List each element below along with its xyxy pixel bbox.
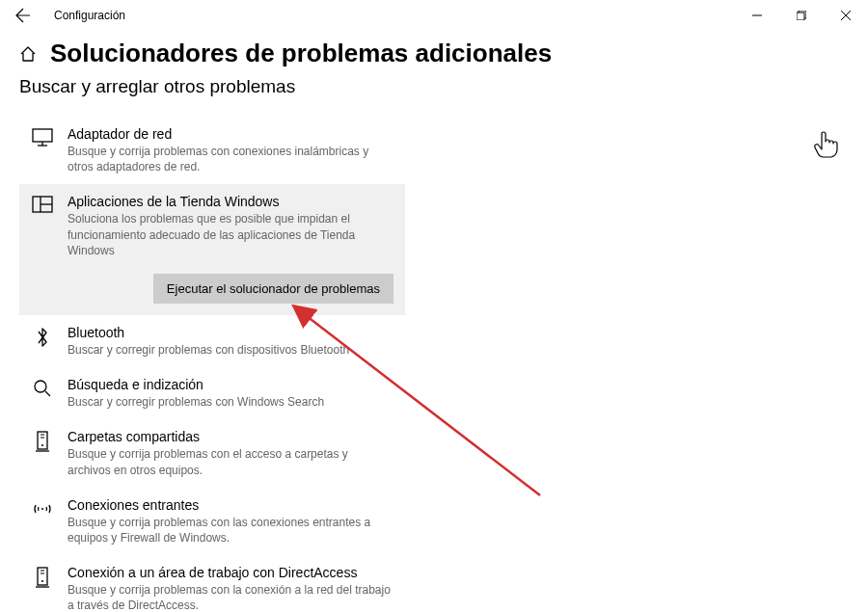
minimize-icon: [752, 11, 762, 20]
item-title: Búsqueda e indización: [68, 377, 393, 392]
item-title: Adaptador de red: [68, 126, 393, 142]
item-title: Bluetooth: [68, 325, 393, 340]
svg-point-10: [35, 381, 46, 392]
page-header: Solucionadores de problemas adicionales: [19, 39, 849, 68]
close-button[interactable]: [824, 0, 868, 31]
server-icon: [31, 567, 54, 612]
window-controls: [735, 0, 868, 31]
item-title: Conexiones entrantes: [68, 497, 393, 513]
search-icon: [31, 379, 54, 410]
svg-point-15: [41, 444, 43, 446]
svg-point-21: [41, 580, 43, 582]
item-desc: Busque y corrija problemas con el acceso…: [68, 446, 393, 477]
item-title: Aplicaciones de la Tienda Windows: [68, 194, 393, 209]
run-button-row: Ejecutar el solucionador de problemas: [19, 274, 405, 315]
wifi-icon: [31, 499, 54, 545]
item-title: Conexión a un área de trabajo con Direct…: [68, 565, 393, 580]
item-desc: Busque y corrija problemas con la conexi…: [68, 582, 393, 612]
close-icon: [841, 11, 851, 20]
content-area: Solucionadores de problemas adicionales …: [0, 31, 868, 612]
apps-icon: [31, 196, 54, 258]
item-desc: Busque y corrija problemas con conexione…: [68, 144, 393, 174]
troubleshooter-incoming-connections[interactable]: Conexiones entrantes Busque y corrija pr…: [19, 488, 405, 555]
minimize-button[interactable]: [735, 0, 779, 31]
item-desc: Busque y corrija problemas con las conex…: [68, 515, 393, 545]
server-icon: [31, 431, 54, 477]
back-arrow-icon: [15, 8, 31, 23]
item-desc: Buscar y corregir problemas con Windows …: [68, 394, 393, 410]
troubleshooter-shared-folders[interactable]: Carpetas compartidas Busque y corrija pr…: [19, 419, 405, 487]
maximize-button[interactable]: [779, 0, 824, 31]
svg-line-11: [45, 391, 50, 396]
run-troubleshooter-button[interactable]: Ejecutar el solucionador de problemas: [153, 274, 393, 304]
maximize-icon: [797, 11, 806, 20]
troubleshooter-directaccess[interactable]: Conexión a un área de trabajo con Direct…: [19, 555, 405, 612]
troubleshooter-network-adapter[interactable]: Adaptador de red Busque y corrija proble…: [19, 117, 405, 184]
svg-rect-1: [797, 13, 804, 20]
svg-point-17: [41, 508, 43, 510]
bluetooth-icon: [31, 327, 54, 358]
item-desc: Soluciona los problemas que es posible q…: [68, 211, 393, 258]
window-title: Configuración: [54, 9, 125, 22]
troubleshooter-store-apps[interactable]: Aplicaciones de la Tienda Windows Soluci…: [19, 184, 405, 274]
home-icon[interactable]: [19, 45, 37, 63]
svg-rect-4: [33, 129, 52, 142]
monitor-icon: [31, 128, 54, 174]
back-button[interactable]: [8, 0, 39, 31]
item-title: Carpetas compartidas: [68, 429, 393, 444]
section-heading: Buscar y arreglar otros problemas: [19, 76, 849, 97]
item-desc: Buscar y corregir problemas con disposit…: [68, 342, 393, 358]
troubleshooter-search[interactable]: Búsqueda e indización Buscar y corregir …: [19, 367, 405, 419]
troubleshooter-bluetooth[interactable]: Bluetooth Buscar y corregir problemas co…: [19, 315, 405, 367]
page-title: Solucionadores de problemas adicionales: [50, 39, 552, 68]
troubleshooter-list: Adaptador de red Busque y corrija proble…: [19, 117, 405, 612]
